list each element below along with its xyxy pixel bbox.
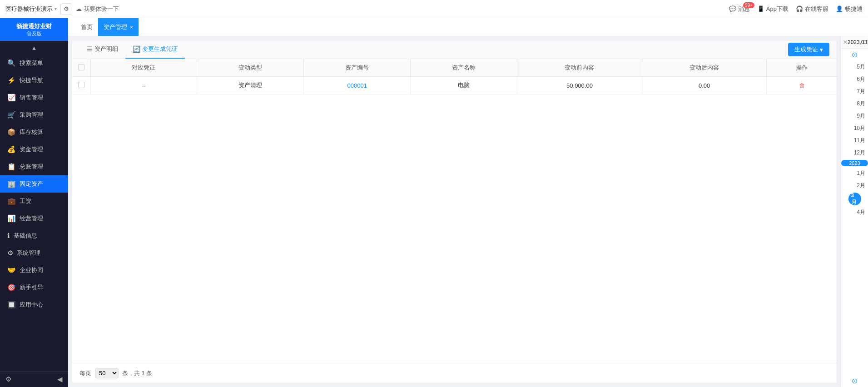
calendar-month-item[interactable]: 10月	[841, 122, 868, 134]
row-voucher: --	[90, 77, 197, 94]
sidebar-item-label: 系统管理	[17, 249, 40, 257]
sidebar-item-label: 资金管理	[20, 145, 43, 154]
sidebar-settings-icon[interactable]: ⚙	[5, 375, 11, 383]
sidebar-item-label: 新手引导	[20, 283, 43, 292]
sidebar-item-固定资产[interactable]: 🏢固定资产	[0, 175, 68, 193]
sidebar-item-快捷导航[interactable]: ⚡快捷导航	[0, 72, 68, 89]
tab-asset-management[interactable]: 资产管理 ×	[98, 18, 139, 36]
col-change-type: 变动类型	[197, 59, 304, 77]
calendar-scroll-up-button[interactable]: ⊙	[841, 49, 868, 61]
page-size-select[interactable]: 102050100	[95, 368, 119, 378]
online-service-button[interactable]: 🎧 在线客服	[796, 5, 828, 13]
calendar-month-item[interactable]: 1月	[841, 167, 868, 179]
sidebar-item-label: 搜索菜单	[20, 59, 43, 67]
calendar-month-item[interactable]: 12月	[841, 147, 868, 159]
user-menu[interactable]: 👤 畅捷通	[836, 5, 863, 13]
sidebar-icon: 📋	[7, 163, 16, 171]
calendar-month-item[interactable]: 5月	[841, 61, 868, 73]
calendar-month-item[interactable]: 2月	[841, 179, 868, 192]
calendar-scroll-down-button[interactable]: ⊙	[841, 375, 868, 387]
sidebar-icon: 🎯	[7, 283, 16, 292]
sub-tab-generate-voucher[interactable]: 🔄 变更生成凭证	[125, 40, 185, 59]
voucher-icon: 🔄	[133, 45, 140, 53]
sidebar-item-新手引导[interactable]: 🎯新手引导	[0, 279, 68, 296]
app-download-button[interactable]: 📱 App下载	[757, 5, 789, 13]
experience-button[interactable]: ☁ 我要体验一下	[76, 5, 119, 13]
sub-tab-asset-detail[interactable]: ☰ 资产明细	[79, 40, 125, 59]
sidebar-icon: 🏢	[7, 180, 16, 188]
delete-icon[interactable]: 🗑	[799, 82, 805, 89]
sidebar-scroll-up[interactable]: ▲	[0, 41, 68, 55]
tab-home[interactable]: 首页	[75, 18, 98, 36]
sidebar-item-销售管理[interactable]: 📈销售管理	[0, 89, 68, 106]
messages-button[interactable]: 💬 消息 99+	[729, 5, 750, 13]
chevron-down-icon: ▾	[820, 46, 823, 53]
sidebar-item-工资[interactable]: 💼工资	[0, 193, 68, 210]
row-checkbox-cell[interactable]	[72, 77, 90, 94]
user-icon: 👤	[836, 5, 843, 12]
calendar-month-item[interactable]: 11月	[841, 134, 868, 147]
col-action: 操作	[767, 59, 837, 77]
company-selector[interactable]: 医疗器械行业演示 ▾	[5, 5, 57, 13]
generate-btn-label: 生成凭证	[794, 45, 818, 54]
app-download-label: App下载	[766, 5, 789, 13]
sidebar-item-总账管理[interactable]: 📋总账管理	[0, 158, 68, 175]
headset-icon: 🎧	[796, 5, 803, 12]
calendar-close-icon[interactable]: ✕	[843, 39, 848, 45]
content-area: 首页 资产管理 × ☰ 资产明细 🔄	[68, 18, 868, 387]
table-wrapper: 对应凭证 变动类型 资产编号 资产名称 变动前内容 变动后内容 操作 -- 资产…	[72, 59, 837, 363]
col-asset-name: 资产名称	[411, 59, 517, 77]
calendar-year-prev: 2023.03	[848, 39, 867, 45]
sidebar-item-label: 总账管理	[20, 163, 43, 171]
sidebar-item-label: 应用中心	[20, 301, 43, 309]
sidebar-item-企业协同[interactable]: 🤝企业协同	[0, 262, 68, 279]
sidebar: 畅捷通好业财 普及版 ▲ 🔍搜索菜单⚡快捷导航📈销售管理🛒采购管理📦库存核算💰资…	[0, 18, 68, 387]
sidebar-icon: 📦	[7, 128, 16, 136]
col-before: 变动前内容	[517, 59, 642, 77]
message-icon: 💬	[729, 5, 736, 12]
sidebar-item-系统管理[interactable]: ⚙系统管理	[0, 244, 68, 262]
row-checkbox[interactable]	[78, 82, 84, 88]
sidebar-collapse-icon[interactable]: ◀	[57, 375, 63, 383]
calendar-month-item[interactable]: 7月	[841, 85, 868, 98]
select-all-checkbox[interactable]	[78, 64, 84, 70]
sub-tab1-label: 资产明细	[94, 45, 118, 53]
sidebar-item-label: 库存核算	[20, 128, 43, 136]
tab-close-icon[interactable]: ×	[130, 24, 133, 30]
calendar-items: 5月6月7月8月9月10月11月12月20231月2月3月4月	[841, 61, 868, 375]
sidebar-icon: ⚡	[7, 76, 16, 84]
sidebar-logo: 畅捷通好业财 普及版	[0, 18, 68, 41]
sidebar-item-资金管理[interactable]: 💰资金管理	[0, 141, 68, 158]
row-action[interactable]: 🗑	[767, 77, 837, 94]
sidebar-item-label: 采购管理	[20, 111, 43, 119]
sidebar-nav: 🔍搜索菜单⚡快捷导航📈销售管理🛒采购管理📦库存核算💰资金管理📋总账管理🏢固定资产…	[0, 55, 68, 371]
sidebar-item-基础信息[interactable]: ℹ基础信息	[0, 227, 68, 244]
col-after: 变动后内容	[642, 59, 767, 77]
row-after-content: 0.00	[642, 77, 767, 94]
generate-voucher-button[interactable]: 生成凭证 ▾	[788, 43, 829, 56]
calendar-month-item[interactable]: 6月	[841, 73, 868, 85]
main-layout: 畅捷通好业财 普及版 ▲ 🔍搜索菜单⚡快捷导航📈销售管理🛒采购管理📦库存核算💰资…	[0, 18, 868, 387]
sidebar-item-采购管理[interactable]: 🛒采购管理	[0, 106, 68, 124]
calendar-month-item[interactable]: 8月	[841, 98, 868, 110]
select-all-header[interactable]	[72, 59, 90, 77]
sidebar-item-应用中心[interactable]: 🔲应用中心	[0, 296, 68, 313]
sidebar-icon: 🔍	[7, 59, 16, 67]
phone-icon: 📱	[757, 5, 764, 12]
sidebar-item-搜索菜单[interactable]: 🔍搜索菜单	[0, 55, 68, 72]
calendar-month-item[interactable]: 4月	[841, 206, 868, 218]
sidebar-item-label: 固定资产	[20, 180, 43, 188]
calendar-month-item[interactable]: 9月	[841, 110, 868, 122]
sidebar-item-库存核算[interactable]: 📦库存核算	[0, 124, 68, 141]
side-calendar: ✕ 2023.03 ⛶ ⊙ 5月6月7月8月9月10月11月12月20231月2…	[841, 36, 868, 387]
row-asset-name: 电脑	[411, 77, 517, 94]
cloud-icon: ☁	[76, 5, 82, 12]
calendar-month-item[interactable]: 3月	[848, 193, 861, 205]
sidebar-item-经营管理[interactable]: 📊经营管理	[0, 210, 68, 227]
sub-tabs-left: ☰ 资产明细 🔄 变更生成凭证	[79, 40, 185, 59]
topbar-right: 💬 消息 99+ 📱 App下载 🎧 在线客服 👤 畅捷通	[729, 5, 863, 13]
row-asset-no: 000001	[304, 77, 411, 94]
settings-icon[interactable]: ⚙	[60, 3, 72, 15]
table-header-row: 对应凭证 变动类型 资产编号 资产名称 变动前内容 变动后内容 操作	[72, 59, 837, 77]
online-service-label: 在线客服	[805, 5, 828, 13]
